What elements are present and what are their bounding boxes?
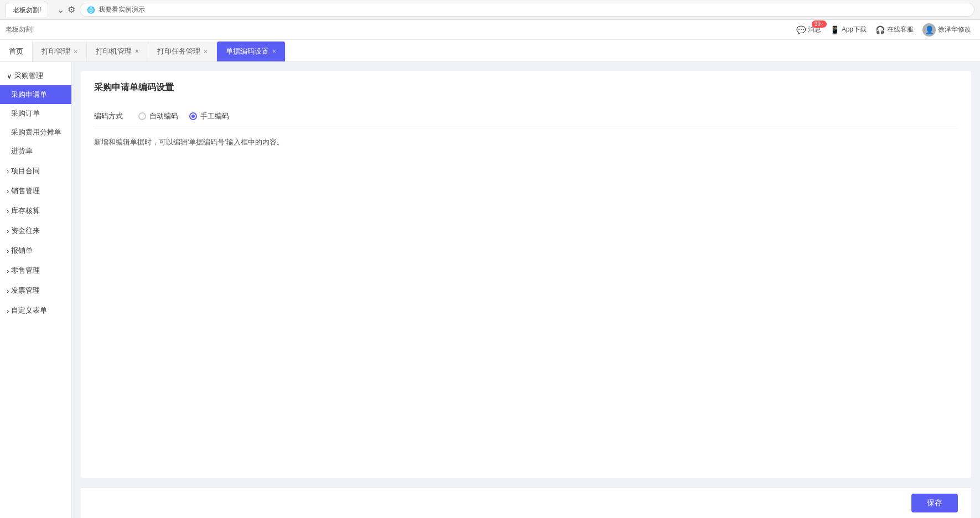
sidebar-group-invoice: › 发票管理 xyxy=(0,281,71,300)
expense-arrow: › xyxy=(7,247,9,255)
sidebar-group-purchase-title[interactable]: ∨ 采购管理 xyxy=(0,66,71,85)
tab-print-mgmt-label: 打印管理 xyxy=(42,46,70,56)
invoice-arrow: › xyxy=(7,287,9,295)
sidebar-group-retail: › 零售管理 xyxy=(0,261,71,280)
radio-manual-circle xyxy=(189,112,197,120)
settings-icon[interactable]: ⚙ xyxy=(68,4,75,15)
service-icon xyxy=(875,25,885,34)
sales-arrow: › xyxy=(7,187,9,195)
header-app-title: 老板勿割! xyxy=(6,25,34,34)
username: 徐泽华修改 xyxy=(938,25,971,34)
tab-print-task-mgmt[interactable]: 打印任务管理 × xyxy=(148,42,217,61)
sidebar-item-purchase-expense-label: 采购费用分摊单 xyxy=(11,128,61,136)
online-service-button[interactable]: 在线客服 xyxy=(875,25,914,34)
tab-print-task-mgmt-label: 打印任务管理 xyxy=(157,46,200,56)
sidebar-group-project-contract: › 项目合同 xyxy=(0,162,71,180)
invoice-label: 发票管理 xyxy=(11,286,40,296)
dropdown-icon[interactable]: ⌄ xyxy=(57,4,64,15)
sidebar-item-purchase-request-label: 采购申请单 xyxy=(11,90,47,99)
browser-bar: 老板勿割! ⌄ ⚙ 🌐 我要看实例演示 xyxy=(0,0,980,20)
sidebar-group-retail-title[interactable]: › 零售管理 xyxy=(0,261,71,280)
browser-controls: ⌄ ⚙ xyxy=(57,4,75,15)
browser-tab[interactable]: 老板勿割! xyxy=(6,3,48,17)
tab-home-label: 首页 xyxy=(9,46,23,56)
sidebar-group-invoice-title[interactable]: › 发票管理 xyxy=(0,281,71,300)
sidebar-item-purchase-expense[interactable]: 采购费用分摊单 xyxy=(0,123,71,142)
sidebar-group-capital: › 资金往来 xyxy=(0,221,71,240)
app-download-icon xyxy=(830,25,839,34)
encoding-label: 编码方式 xyxy=(94,111,127,121)
radio-auto-encoding[interactable]: 自动编码 xyxy=(138,111,178,121)
message-icon xyxy=(796,25,806,34)
content-footer: 保存 xyxy=(81,487,971,518)
tab-doc-code-settings[interactable]: 单据编码设置 × xyxy=(217,42,286,61)
app-download-label: App下载 xyxy=(842,25,867,34)
app-download-button[interactable]: App下载 xyxy=(830,25,867,34)
custom-form-arrow: › xyxy=(7,307,9,315)
sidebar-item-purchase-order[interactable]: 采购订单 xyxy=(0,104,71,123)
header-right: 消息 99+ App下载 在线客服 徐泽华修改 xyxy=(796,23,980,37)
online-service-label: 在线客服 xyxy=(887,25,914,34)
sidebar-item-goods-receipt-label: 进货单 xyxy=(11,147,33,155)
message-badge: 99+ xyxy=(812,20,827,28)
project-contract-arrow: › xyxy=(7,167,9,175)
main-layout: ∨ 采购管理 采购申请单 采购订单 采购费用分摊单 进货单 › 项目合同 xyxy=(0,62,980,518)
sidebar-item-purchase-request[interactable]: 采购申请单 xyxy=(0,85,71,104)
app-header: 老板勿割! 消息 99+ App下载 在线客服 徐泽华修改 xyxy=(0,20,980,40)
sidebar-group-custom-form: › 自定义表单 xyxy=(0,301,71,320)
retail-label: 零售管理 xyxy=(11,266,40,276)
sidebar-group-capital-title[interactable]: › 资金往来 xyxy=(0,221,71,240)
tab-printer-mgmt-label: 打印机管理 xyxy=(96,46,132,56)
avatar-icon xyxy=(925,25,934,34)
sidebar-group-purchase: ∨ 采购管理 采购申请单 采购订单 采购费用分摊单 进货单 xyxy=(0,66,71,160)
tab-bar: 首页 打印管理 × 打印机管理 × 打印任务管理 × 单据编码设置 × xyxy=(0,40,980,62)
content-area: 采购申请单编码设置 编码方式 自动编码 手工编码 新增和编辑单据时，可以编辑'单… xyxy=(72,62,980,518)
sidebar-item-goods-receipt[interactable]: 进货单 xyxy=(0,142,71,160)
sidebar-group-inventory: › 库存核算 xyxy=(0,201,71,220)
save-button[interactable]: 保存 xyxy=(911,494,958,512)
sales-label: 销售管理 xyxy=(11,186,40,196)
tab-close-doc-code-settings[interactable]: × xyxy=(272,48,276,55)
globe-icon: 🌐 xyxy=(87,6,95,14)
purchase-group-arrow: ∨ xyxy=(7,72,12,80)
tab-close-print-task-mgmt[interactable]: × xyxy=(204,48,208,55)
expense-label: 报销单 xyxy=(11,246,33,256)
sidebar-group-project-contract-title[interactable]: › 项目合同 xyxy=(0,162,71,180)
purchase-group-label: 采购管理 xyxy=(14,71,43,81)
radio-auto-label: 自动编码 xyxy=(149,111,178,121)
page-title: 采购申请单编码设置 xyxy=(94,82,958,94)
capital-arrow: › xyxy=(7,227,9,235)
sidebar-group-sales: › 销售管理 xyxy=(0,182,71,200)
tab-printer-mgmt[interactable]: 打印机管理 × xyxy=(87,42,148,61)
retail-arrow: › xyxy=(7,267,9,275)
tab-close-printer-mgmt[interactable]: × xyxy=(135,48,139,55)
sidebar: ∨ 采购管理 采购申请单 采购订单 采购费用分摊单 进货单 › 项目合同 xyxy=(0,62,72,518)
capital-label: 资金往来 xyxy=(11,226,40,236)
sidebar-group-expense: › 报销单 xyxy=(0,241,71,260)
radio-auto-circle xyxy=(138,112,146,120)
sidebar-group-inventory-title[interactable]: › 库存核算 xyxy=(0,201,71,220)
sidebar-group-expense-title[interactable]: › 报销单 xyxy=(0,241,71,260)
sidebar-item-purchase-order-label: 采购订单 xyxy=(11,109,40,117)
content-inner: 采购申请单编码设置 编码方式 自动编码 手工编码 新增和编辑单据时，可以编辑'单… xyxy=(81,71,971,478)
user-info[interactable]: 徐泽华修改 xyxy=(922,23,971,37)
encoding-row: 编码方式 自动编码 手工编码 xyxy=(94,105,958,128)
tab-home[interactable]: 首页 xyxy=(0,42,33,61)
info-text: 新增和编辑单据时，可以编辑'单据编码号'输入框中的内容。 xyxy=(94,137,958,147)
inventory-label: 库存核算 xyxy=(11,206,40,216)
custom-form-label: 自定义表单 xyxy=(11,305,47,315)
radio-manual-label: 手工编码 xyxy=(200,111,229,121)
message-button[interactable]: 消息 99+ xyxy=(796,25,821,34)
tab-print-mgmt[interactable]: 打印管理 × xyxy=(33,42,87,61)
avatar xyxy=(922,23,936,37)
radio-manual-encoding[interactable]: 手工编码 xyxy=(189,111,229,121)
tab-doc-code-settings-label: 单据编码设置 xyxy=(226,46,269,56)
address-text: 我要看实例演示 xyxy=(98,5,145,14)
address-bar[interactable]: 🌐 我要看实例演示 xyxy=(80,3,974,17)
sidebar-group-custom-form-title[interactable]: › 自定义表单 xyxy=(0,301,71,320)
inventory-arrow: › xyxy=(7,207,9,215)
sidebar-group-sales-title[interactable]: › 销售管理 xyxy=(0,182,71,200)
header-left: 老板勿割! xyxy=(6,25,34,34)
tab-close-print-mgmt[interactable]: × xyxy=(74,48,77,55)
project-contract-label: 项目合同 xyxy=(11,166,40,176)
